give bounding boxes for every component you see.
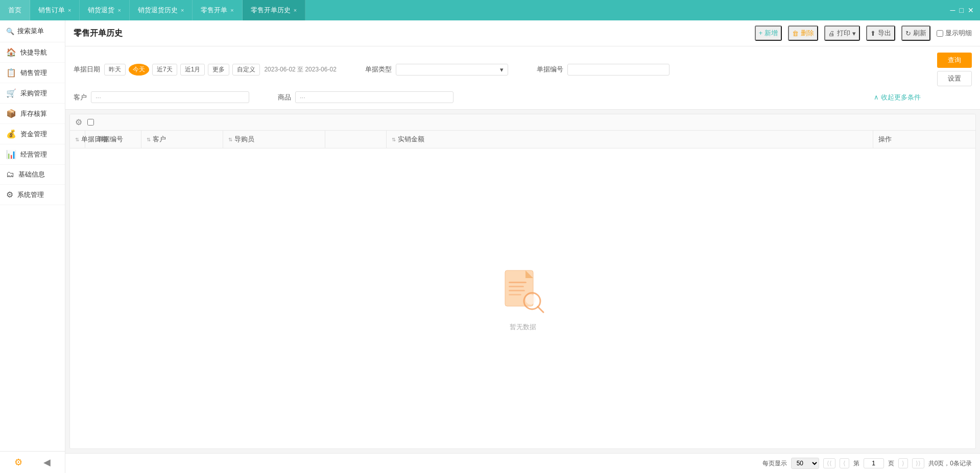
order-no-label: 单据编号 (537, 65, 563, 74)
sidebar-item-inventory[interactable]: 📦 库存核算 (0, 104, 65, 124)
order-no-input[interactable] (567, 64, 670, 76)
close-icon[interactable]: × (117, 7, 121, 13)
table-empty-state: 暂无数据 (70, 148, 975, 449)
sidebar-item-operations[interactable]: 📊 经营管理 (0, 144, 65, 165)
delete-button[interactable]: 🗑 删除 (788, 26, 818, 41)
sidebar-item-sales-label: 销售管理 (20, 68, 47, 78)
nav-tab-sales[interactable]: 销售订单 × (30, 0, 80, 20)
collapse-up-icon: ∧ (874, 93, 879, 101)
nav-tab-retail[interactable]: 零售开单 × (193, 0, 242, 20)
nav-tab-return-history[interactable]: 销货退货历史 × (130, 0, 193, 20)
delete-label: 删除 (801, 29, 814, 38)
settings-icon[interactable]: ⚙ (14, 457, 22, 468)
date-custom-btn[interactable]: 自定义 (232, 64, 260, 76)
close-icon[interactable]: × (181, 7, 184, 13)
collapse-icon[interactable]: ◀ (43, 457, 51, 468)
order-type-label: 单据类型 (365, 65, 392, 74)
top-nav: 首页 销售订单 × 销货退货 × 销货退货历史 × 零售开单 × 零售开单历史 … (0, 0, 980, 20)
date-filter-item: 单据日期 昨天 今天 近7天 近1月 更多 自定义 2023-06-02 至 2… (74, 64, 337, 76)
next-page-button[interactable]: ⟩ (898, 458, 908, 468)
sidebar-item-system[interactable]: ⚙ 系统管理 (0, 185, 65, 205)
close-icon[interactable]: × (294, 7, 297, 13)
svg-rect-5 (509, 290, 525, 291)
nav-tab-return[interactable]: 销货退货 × (80, 0, 129, 20)
sidebar-item-finance[interactable]: 💰 资金管理 (0, 124, 65, 144)
finance-icon: 💰 (6, 129, 16, 139)
export-button[interactable]: ⬆ 导出 (866, 26, 895, 41)
show-detail-checkbox[interactable] (937, 30, 943, 37)
page-number-input[interactable] (864, 458, 884, 468)
query-button[interactable]: 查询 (937, 53, 972, 68)
operations-icon: 📊 (6, 150, 16, 159)
filter-row-1: 单据日期 昨天 今天 近7天 近1月 更多 自定义 2023-06-02 至 2… (74, 53, 972, 86)
close-icon[interactable]: × (230, 7, 233, 13)
date-7days-btn[interactable]: 近7天 (152, 64, 177, 76)
nav-tab-retail-history[interactable]: 零售开单历史 × (243, 0, 305, 20)
per-page-select[interactable]: 50 10 20 100 (791, 458, 819, 469)
maximize-icon[interactable]: □ (960, 6, 964, 14)
minimize-icon[interactable]: ─ (950, 6, 955, 14)
print-button[interactable]: 🖨 打印 ▾ (824, 26, 860, 41)
date-filter: 昨天 今天 近7天 近1月 更多 自定义 (104, 64, 260, 76)
order-type-filter: 单据类型 ▾ (365, 64, 508, 76)
sort-icon-4[interactable]: ⇅ (228, 137, 232, 142)
th-operation: 操作 (873, 131, 935, 148)
customer-input[interactable]: ··· (91, 91, 249, 103)
order-type-select[interactable]: ▾ (396, 64, 508, 76)
export-label: 导出 (878, 29, 891, 38)
select-all-checkbox[interactable] (87, 119, 94, 126)
sidebar-item-sales[interactable]: 📋 销售管理 (0, 63, 65, 83)
first-page-button[interactable]: ⟨⟨ (823, 458, 835, 468)
svg-line-9 (538, 307, 543, 312)
date-yesterday-btn[interactable]: 昨天 (104, 64, 126, 76)
sort-icon-2[interactable]: ⇅ (90, 137, 94, 142)
total-label: 共0页，0条记录 (928, 459, 972, 468)
refresh-button[interactable]: ↻ 刷新 (901, 26, 930, 41)
sidebar-item-operations-label: 经营管理 (20, 150, 47, 159)
date-more-btn[interactable]: 更多 (208, 64, 229, 76)
sidebar-item-quick-nav-label: 快捷导航 (20, 48, 47, 57)
filter-area: 单据日期 昨天 今天 近7天 近1月 更多 自定义 2023-06-02 至 2… (65, 46, 980, 110)
content: 零售开单历史 + 新增 🗑 删除 🖨 打印 ▾ ⬆ 导出 ↻ (65, 20, 980, 473)
sort-icon-5[interactable]: ⇅ (392, 137, 396, 142)
empty-illustration (497, 265, 548, 316)
search-icon: 🔍 (6, 28, 14, 35)
sort-icon-3[interactable]: ⇅ (147, 137, 151, 142)
last-page-button[interactable]: ⟩⟩ (912, 458, 924, 468)
add-button[interactable]: + 新增 (755, 26, 782, 41)
nav-tab-home[interactable]: 首页 (0, 0, 30, 20)
sidebar: 🔍 搜索菜单 🏠 快捷导航 📋 销售管理 🛒 采购管理 📦 库存核算 💰 资金管… (0, 20, 65, 473)
sidebar-item-purchase[interactable]: 🛒 采购管理 (0, 83, 65, 104)
date-1month-btn[interactable]: 近1月 (180, 64, 205, 76)
sidebar-search[interactable]: 🔍 搜索菜单 (0, 20, 65, 42)
sort-icon[interactable]: ⇅ (75, 137, 79, 142)
refresh-label: 刷新 (913, 29, 926, 38)
prev-page-button[interactable]: ⟨ (840, 458, 849, 468)
collapse-label: 收起更多条件 (881, 93, 921, 102)
sidebar-item-quick-nav[interactable]: 🏠 快捷导航 (0, 42, 65, 63)
close-icon[interactable]: × (68, 7, 71, 13)
refresh-icon: ↻ (905, 30, 911, 37)
show-detail-toggle[interactable]: 显示明细 (937, 29, 972, 38)
date-label: 单据日期 (74, 65, 100, 74)
sidebar-item-basic-info[interactable]: 🗂 基础信息 (0, 165, 65, 185)
export-icon: ⬆ (870, 30, 876, 37)
sidebar-item-basic-info-label: 基础信息 (18, 170, 45, 179)
settings-button[interactable]: 设置 (937, 71, 972, 86)
table-settings-icon[interactable]: ⚙ (75, 117, 82, 127)
filter-row-2: 客户 ··· 商品 ··· ∧ 收起更多条件 (74, 91, 972, 103)
page-title: 零售开单历史 (74, 28, 123, 39)
th-order-no-label: 单据编号 (97, 135, 123, 144)
main-layout: 🔍 搜索菜单 🏠 快捷导航 📋 销售管理 🛒 采购管理 📦 库存核算 💰 资金管… (0, 20, 980, 473)
goods-input[interactable]: ··· (295, 91, 453, 103)
chevron-down-icon: ▾ (500, 66, 504, 73)
date-today-btn[interactable]: 今天 (129, 64, 149, 76)
empty-text: 暂无数据 (510, 322, 536, 332)
th-customer-label: 客户 (153, 135, 166, 144)
nav-tab-home-label: 首页 (8, 6, 21, 15)
close-window-icon[interactable]: ✕ (968, 6, 974, 14)
nav-tab-return-label: 销货退货 (88, 6, 114, 15)
collapse-button[interactable]: ∧ 收起更多条件 (874, 93, 921, 102)
nav-tab-sales-label: 销售订单 (38, 6, 65, 15)
order-no-filter: 单据编号 (537, 64, 670, 76)
